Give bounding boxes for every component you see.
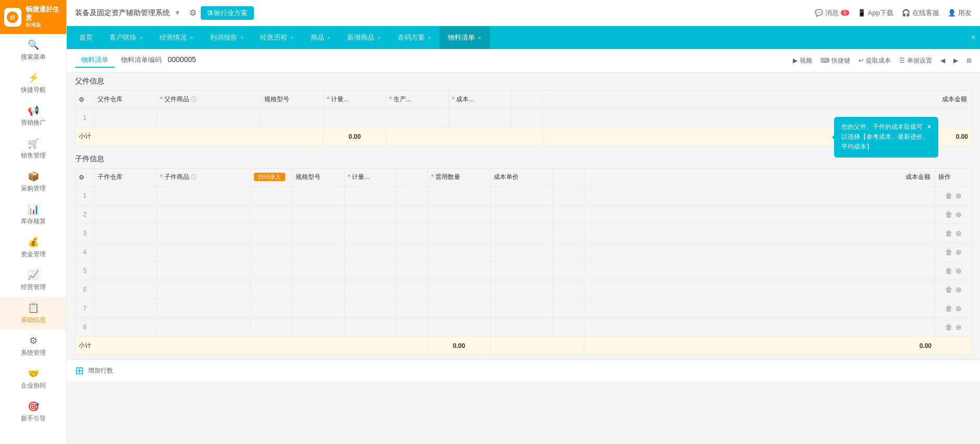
copy-row-icon[interactable]: ⊕ (956, 191, 962, 200)
nav-prev-icon[interactable]: ◀ (940, 57, 945, 64)
delete-row-icon[interactable]: 🗑 (945, 323, 952, 331)
sidebar-item-search[interactable]: 🔍 搜索菜单 (0, 34, 66, 67)
child-cost-price-cell[interactable] (491, 205, 553, 224)
child-req-qty-cell[interactable] (428, 280, 491, 299)
child-warehouse-cell[interactable] (94, 224, 157, 243)
sidebar-item-basic-info[interactable]: 📋 基础信息 (0, 297, 66, 330)
tab-new-goods[interactable]: 新增商品 × (339, 26, 389, 49)
tab-operations[interactable]: 经营情况 × (151, 26, 201, 49)
tab-profit-close[interactable]: × (240, 34, 243, 41)
child-spec-cell[interactable] (292, 280, 345, 299)
child-goods-cell[interactable] (157, 261, 251, 280)
cost-cell[interactable] (449, 109, 511, 127)
child-cost-price-cell[interactable] (491, 224, 553, 243)
sidebar-item-quick-nav[interactable]: ⚡ 快捷导航 (0, 67, 66, 100)
add-row-label[interactable]: 增加行数 (88, 366, 113, 375)
child-spec-cell[interactable] (292, 243, 345, 261)
unit-cell[interactable] (324, 109, 386, 127)
copy-row-icon[interactable]: ⊕ (956, 248, 962, 256)
child-spec-cell[interactable] (292, 261, 345, 280)
child-cost-price-cell[interactable] (491, 261, 553, 280)
child-warehouse-cell[interactable] (94, 318, 157, 337)
child-cost-price-cell[interactable] (491, 280, 553, 299)
tab-bom-close[interactable]: × (478, 34, 481, 41)
sidebar-item-guide[interactable]: 🎯 新手引导 (0, 395, 66, 428)
child-cost-price-cell[interactable] (491, 299, 553, 318)
sidebar-item-finance[interactable]: 💰 资金管理 (0, 231, 66, 264)
child-goods-cell[interactable] (157, 205, 251, 224)
sidebar-item-purchase[interactable]: 📦 采购管理 (0, 165, 66, 198)
copy-row-icon[interactable]: ⊕ (956, 285, 962, 294)
delete-row-icon[interactable]: 🗑 (945, 285, 952, 294)
tab-barcode-close[interactable]: × (428, 34, 431, 41)
sidebar-item-sales[interactable]: 🛒 销售管理 (0, 133, 66, 165)
messages-button[interactable]: 💬 消息 6 (815, 8, 849, 18)
child-cost-price-cell[interactable] (491, 318, 553, 337)
tab-barcode[interactable]: 条码方案 × (389, 26, 439, 49)
settings-button[interactable]: ⚙ (189, 8, 197, 18)
child-goods-cell[interactable] (157, 243, 251, 261)
scan-input-button[interactable]: 扫码录入 (254, 173, 285, 181)
delete-row-icon[interactable]: 🗑 (945, 267, 952, 275)
child-goods-cell[interactable] (157, 299, 251, 318)
child-cost-price-cell[interactable] (491, 243, 553, 261)
child-goods-cell[interactable] (157, 318, 251, 337)
app-download-button[interactable]: 📱 App下载 (858, 8, 893, 18)
tooltip-close-button[interactable]: × (927, 122, 931, 132)
sub-tab-bom-code[interactable]: 物料清单编码 0000005 (115, 53, 202, 68)
copy-row-icon[interactable]: ⊕ (956, 304, 962, 313)
child-unit-cell[interactable] (345, 205, 397, 224)
child-unit-cell[interactable] (345, 280, 397, 299)
child-unit-cell[interactable] (345, 186, 397, 205)
delete-row-icon[interactable]: 🗑 (945, 304, 952, 313)
online-support-button[interactable]: 🎧 在线客服 (902, 8, 939, 18)
tab-customer-close[interactable]: × (140, 34, 143, 41)
sidebar-item-enterprise[interactable]: 🤝 企业协同 (0, 363, 66, 395)
try-industry-button[interactable]: 体验行业方案 (201, 6, 254, 20)
parent-goods-cell[interactable] (157, 109, 261, 127)
child-warehouse-cell[interactable] (94, 299, 157, 318)
child-unit-cell[interactable] (345, 224, 397, 243)
child-req-qty-cell[interactable] (428, 205, 491, 224)
sidebar-item-inventory[interactable]: 📊 库存核算 (0, 198, 66, 231)
child-goods-cell[interactable] (157, 224, 251, 243)
shortcut-button[interactable]: ⌨ 快捷键 (820, 56, 850, 65)
child-req-qty-cell[interactable] (428, 261, 491, 280)
tab-home[interactable]: 首页 (71, 26, 101, 49)
child-unit-cell[interactable] (345, 318, 397, 337)
delete-row-icon[interactable]: 🗑 (945, 210, 952, 219)
child-req-qty-cell[interactable] (428, 243, 491, 261)
child-column-settings-icon[interactable]: ⚙ (79, 174, 84, 181)
parent-warehouse-cell[interactable] (94, 109, 157, 127)
child-goods-cell[interactable] (157, 186, 251, 205)
child-req-qty-cell[interactable] (428, 186, 491, 205)
child-warehouse-cell[interactable] (94, 280, 157, 299)
sidebar-item-marketing[interactable]: 📢 营销推广 (0, 100, 66, 133)
delete-row-icon[interactable]: 🗑 (945, 191, 952, 200)
nav-close-all[interactable]: × (971, 33, 976, 42)
child-goods-cell[interactable] (157, 280, 251, 299)
copy-row-icon[interactable]: ⊕ (956, 267, 962, 275)
child-cost-price-cell[interactable] (491, 186, 553, 205)
production-cell[interactable] (386, 109, 449, 127)
extract-cost-button[interactable]: ↩ 提取成本 (859, 56, 891, 65)
child-req-qty-cell[interactable] (428, 318, 491, 337)
child-spec-cell[interactable] (292, 186, 345, 205)
tab-ops-close[interactable]: × (190, 34, 193, 41)
single-settings-button[interactable]: ☰ 单据设置 (899, 56, 932, 65)
tab-goods[interactable]: 商品 × (302, 26, 339, 49)
child-req-qty-cell[interactable] (428, 299, 491, 318)
sub-tab-bom-list[interactable]: 物料清单 (75, 53, 115, 68)
copy-row-icon[interactable]: ⊕ (956, 210, 962, 219)
spec-cell[interactable] (261, 109, 324, 127)
child-spec-cell[interactable] (292, 318, 345, 337)
copy-row-icon[interactable]: ⊕ (956, 323, 962, 331)
tab-customer[interactable]: 客户联络 × (101, 26, 151, 49)
child-req-qty-cell[interactable] (428, 224, 491, 243)
child-unit-cell[interactable] (345, 299, 397, 318)
user-button[interactable]: 👤 用友 (948, 8, 972, 18)
column-settings-icon[interactable]: ⚙ (79, 96, 84, 103)
tab-history-close[interactable]: × (290, 34, 293, 41)
sidebar-item-operations[interactable]: 📈 经营管理 (0, 264, 66, 297)
dropdown-arrow-icon[interactable]: ▼ (174, 9, 181, 17)
